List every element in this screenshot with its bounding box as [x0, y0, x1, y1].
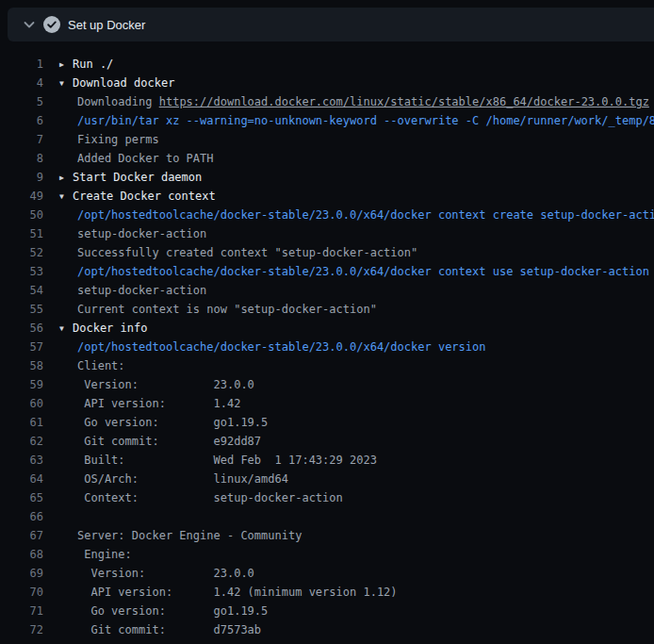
line-number[interactable]: 53 [0, 262, 43, 281]
log-line: 6/usr/bin/tar xz --warning=no-unknown-ke… [0, 111, 654, 130]
chevron-down-icon[interactable] [22, 17, 37, 32]
group-title[interactable]: Create Docker context [73, 190, 216, 203]
log-line: 9▶Start Docker daemon [0, 168, 654, 187]
line-number[interactable]: 7 [0, 130, 43, 149]
line-number[interactable]: 71 [0, 602, 43, 620]
collapsed-group-marker-icon[interactable]: ▶ [59, 56, 73, 74]
log-line: 60 API version: 1.42 [0, 394, 654, 413]
log-line: 59 Version: 23.0.0 [0, 375, 654, 394]
group-row-content: ▼Download docker [59, 74, 174, 92]
log-line: 67Server: Docker Engine - Community [0, 526, 654, 545]
log-text: Engine: [59, 545, 132, 564]
line-number[interactable]: 59 [0, 375, 43, 394]
log-viewer: 1▶Run ./4▼Download docker5Downloading ht… [0, 41, 654, 644]
line-number[interactable]: 52 [0, 243, 43, 262]
download-url-link[interactable]: https://download.docker.com/linux/static… [159, 95, 649, 108]
log-text: Context: setup-docker-action [59, 488, 343, 507]
log-line: 5Downloading https://download.docker.com… [0, 92, 654, 111]
collapsed-group-marker-icon[interactable]: ▶ [59, 169, 73, 188]
line-number[interactable]: 67 [0, 526, 43, 545]
log-text: OS/Arch: linux/amd64 [59, 470, 288, 488]
group-title[interactable]: Run ./ [73, 58, 113, 71]
log-line: 1▶Run ./ [0, 55, 654, 74]
log-line: 54setup-docker-action [0, 281, 654, 300]
line-number[interactable]: 5 [0, 92, 43, 111]
log-line: 53/opt/hostedtoolcache/docker-stable/23.… [0, 262, 654, 281]
log-line: 49▼Create Docker context [0, 187, 654, 206]
log-line: 52Successfully created context "setup-do… [0, 243, 654, 262]
log-line: 69 Version: 23.0.0 [0, 564, 654, 583]
line-number[interactable]: 1 [0, 55, 43, 74]
line-number[interactable]: 56 [0, 319, 43, 338]
log-line: 4▼Download docker [0, 74, 654, 92]
log-text: Go version: go1.19.5 [59, 413, 268, 432]
group-title[interactable]: Download docker [73, 76, 174, 90]
log-line: 55Current context is now "setup-docker-a… [0, 300, 654, 319]
log-text: Built: Wed Feb 1 17:43:29 2023 [59, 451, 377, 470]
line-number[interactable]: 9 [0, 168, 43, 187]
log-text: setup-docker-action [59, 224, 206, 243]
log-line: 70 API version: 1.42 (minimum version 1.… [0, 583, 654, 602]
line-number[interactable]: 50 [0, 206, 43, 224]
log-text: Server: Docker Engine - Community [59, 526, 302, 545]
log-line: 72 Git commit: d7573ab [0, 620, 654, 639]
log-line: 50/opt/hostedtoolcache/docker-stable/23.… [0, 206, 654, 224]
log-line: 58Client: [0, 356, 654, 375]
line-number[interactable]: 63 [0, 451, 43, 470]
log-lines: 1▶Run ./4▼Download docker5Downloading ht… [0, 55, 654, 639]
group-row-content: ▶Run ./ [59, 55, 113, 74]
line-number[interactable]: 61 [0, 413, 43, 432]
command-text: /opt/hostedtoolcache/docker-stable/23.0.… [59, 338, 485, 356]
line-number[interactable]: 64 [0, 470, 43, 488]
log-text: Client: [59, 356, 125, 375]
expanded-group-marker-icon[interactable]: ▼ [59, 188, 73, 206]
log-line-content: Downloading https://download.docker.com/… [59, 92, 649, 111]
line-number[interactable]: 55 [0, 300, 43, 319]
expanded-group-marker-icon[interactable]: ▼ [59, 74, 73, 93]
log-line: 56▼Docker info [0, 319, 654, 338]
line-number[interactable]: 6 [0, 111, 43, 130]
log-text: Version: 23.0.0 [59, 564, 254, 583]
log-line: 57/opt/hostedtoolcache/docker-stable/23.… [0, 338, 654, 356]
log-text: Current context is now "setup-docker-act… [59, 300, 377, 319]
line-number[interactable]: 69 [0, 564, 43, 583]
log-text: Successfully created context "setup-dock… [59, 243, 417, 262]
line-number[interactable]: 62 [0, 432, 43, 451]
group-row-content: ▼Create Docker context [59, 187, 216, 206]
expanded-group-marker-icon[interactable]: ▼ [59, 320, 73, 339]
line-number[interactable]: 8 [0, 149, 43, 168]
line-number[interactable]: 72 [0, 620, 43, 639]
log-line: 68 Engine: [0, 545, 654, 564]
line-number[interactable]: 60 [0, 394, 43, 413]
log-text: Git commit: e92dd87 [59, 432, 261, 451]
log-text: setup-docker-action [59, 281, 206, 300]
log-text: Downloading [77, 95, 159, 108]
group-title[interactable]: Start Docker daemon [73, 171, 202, 184]
log-text [59, 507, 77, 526]
line-number[interactable]: 57 [0, 338, 43, 356]
line-number[interactable]: 54 [0, 281, 43, 300]
command-text: /opt/hostedtoolcache/docker-stable/23.0.… [59, 262, 649, 281]
line-number[interactable]: 66 [0, 507, 43, 526]
group-row-content: ▼Docker info [59, 319, 147, 338]
line-number[interactable]: 58 [0, 356, 43, 375]
log-line: 62 Git commit: e92dd87 [0, 432, 654, 451]
log-text: API version: 1.42 (minimum version 1.12) [59, 583, 398, 602]
command-text: /usr/bin/tar xz --warning=no-unknown-key… [59, 111, 654, 130]
line-number[interactable]: 65 [0, 488, 43, 507]
log-text: Version: 23.0.0 [59, 375, 254, 394]
log-text: Added Docker to PATH [59, 149, 214, 168]
log-text: Git commit: d7573ab [59, 620, 261, 639]
log-line: 64 OS/Arch: linux/amd64 [0, 470, 654, 488]
log-line: 66 [0, 507, 654, 526]
line-number[interactable]: 51 [0, 224, 43, 243]
line-number[interactable]: 49 [0, 187, 43, 206]
group-title[interactable]: Docker info [73, 322, 147, 335]
line-number[interactable]: 4 [0, 74, 43, 92]
log-line: 51setup-docker-action [0, 224, 654, 243]
step-title: Set up Docker [68, 18, 145, 32]
line-number[interactable]: 68 [0, 545, 43, 564]
line-number[interactable]: 70 [0, 583, 43, 602]
log-line: 8Added Docker to PATH [0, 149, 654, 168]
step-header[interactable]: Set up Docker [8, 8, 654, 41]
